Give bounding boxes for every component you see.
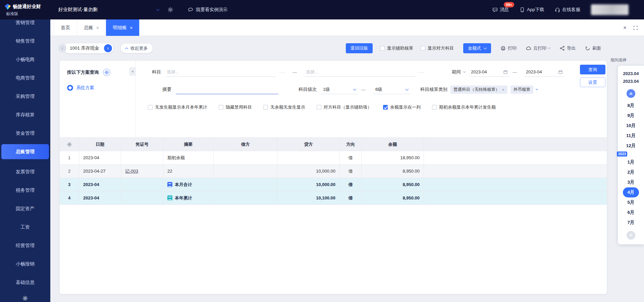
app-download-label: App下载 (527, 7, 544, 13)
sidebar-item-marketing[interactable]: 营销管理 (0, 19, 50, 32)
category-tag-foreign-currency[interactable]: 外币核算 (511, 85, 533, 94)
settings-button[interactable]: 设置 (580, 77, 605, 87)
option-hide-disabled-accounts-checkbox[interactable]: 隐藏禁用科目 (219, 104, 252, 110)
subject-from-input[interactable]: 选择... (165, 67, 276, 77)
collapse-more-button[interactable]: 收起更多 (121, 44, 153, 53)
sidebar-item-invoices[interactable]: 发票管理 (0, 163, 50, 181)
sidebar-item-fixed-assets[interactable]: 固定资产 (0, 199, 50, 218)
online-service-button[interactable]: 在线客服 (555, 7, 580, 13)
app-download-button[interactable]: App下载 (520, 7, 544, 13)
month-item-jun[interactable]: 6月 (623, 207, 639, 218)
table-row[interactable]: 2 2023-04-27 记-003 22 10,000.00 借 8,950.… (60, 165, 607, 178)
close-icon[interactable]: × (623, 24, 627, 31)
sidebar-item-inventory[interactable]: 库存核算 (0, 106, 50, 124)
sidebar-item-funds[interactable]: 资金管理 (0, 124, 50, 142)
option-counterpart-account-checkbox[interactable]: 对方科目（显示辅助项） (317, 104, 372, 110)
scroll-months-up-icon[interactable] (627, 89, 635, 98)
scroll-months-down-icon[interactable] (627, 231, 635, 240)
period-from-input[interactable]: 2023-04 (470, 67, 509, 77)
refresh-button[interactable]: 刷新 (585, 45, 601, 51)
fullscreen-icon[interactable] (633, 25, 638, 30)
sidebar-item-expense[interactable]: 小畅报销 (0, 255, 50, 273)
table-row-month-total[interactable]: 3 2023-04 本月合计 10,000.00 借 8,950.00 (60, 178, 607, 191)
company-selector[interactable]: 好业财测试-量勿删 (58, 7, 159, 13)
chevron-down-icon (484, 46, 487, 50)
level-to-select[interactable]: 6级 (373, 85, 410, 94)
sidebar-item-basic-info[interactable]: 基础信息 (0, 273, 50, 292)
table-settings-gear-icon[interactable] (60, 138, 79, 151)
summary-input[interactable] (176, 85, 278, 94)
sidebar-item-tax[interactable]: 税务管理 (0, 181, 50, 199)
tab-general-ledger[interactable]: 总账 × (77, 19, 106, 36)
collapse-panel-icon[interactable]: « (129, 67, 136, 75)
table-row-year-total[interactable]: 4 2023-04 本年累计 10,100.00 借 8,950.00 (60, 191, 607, 205)
sidebar-item-sales[interactable]: 销售管理 (0, 32, 50, 50)
scheme-item-system[interactable]: 系统方案 (67, 85, 136, 91)
query-button[interactable]: 查询 (580, 65, 605, 74)
cell-balance: 18,950.00 (362, 151, 424, 165)
account-name: 1001 库存现金 (70, 45, 99, 51)
scheme-settings-gear-icon[interactable] (103, 69, 110, 76)
calendar-icon (558, 70, 563, 74)
cloud-print-dropdown[interactable]: 云打印 (526, 45, 550, 51)
month-item-jan[interactable]: 1月 (623, 157, 639, 167)
sidebar-item-ecommerce[interactable]: 电商管理 (0, 69, 50, 87)
print-button[interactable]: 打印 (500, 45, 517, 51)
sidebar-nav: 营销管理 销售管理 小畅电商 电商管理 采购管理 库存核算 资金管理 总账管理 … (0, 19, 50, 292)
export-button[interactable]: 导出 (559, 45, 576, 51)
cell-credit (277, 151, 340, 165)
period-from-display[interactable]: 2023.04 (623, 70, 639, 77)
period-to-display[interactable]: 2023.04 (623, 77, 639, 85)
cell-summary: 本月合计 (163, 178, 214, 191)
option-opening-balance-ytd-checkbox[interactable]: 期初余额显示本年累计发生额 (432, 104, 496, 110)
cell-voucher: 记-003 (121, 165, 163, 178)
option-no-activity-show-totals-checkbox[interactable]: 无发生额显示本月本年累计 (148, 104, 207, 110)
amount-mode-dropdown[interactable]: 金额式 (463, 43, 491, 53)
table-row[interactable]: 1 2023-04 期初余额 借 18,950.00 (60, 151, 607, 165)
next-account-button[interactable] (104, 44, 112, 52)
topbar-settings-gear-icon[interactable] (168, 7, 173, 12)
tab-close-icon[interactable]: × (130, 25, 132, 31)
sidebar-item-xiaochang-ecommerce[interactable]: 小畅电商 (0, 50, 50, 69)
period-mode-chevron-icon[interactable] (463, 70, 466, 73)
subject-to-input[interactable]: 选择... (305, 67, 415, 77)
sidebar-item-operations[interactable]: 经营管理 (0, 236, 50, 255)
month-item-dec[interactable]: 12月 (623, 141, 639, 151)
subject-to-more-button[interactable]: ··· (419, 70, 425, 75)
month-item-feb[interactable]: 2月 (623, 167, 639, 177)
month-item-sep[interactable]: 9月 (623, 111, 639, 121)
account-selector[interactable]: 1001 库存现金 (64, 43, 113, 53)
show-counterpart-checkbox[interactable]: 显示对方科目 (421, 45, 454, 51)
subject-from-more-button[interactable]: ··· (279, 70, 286, 75)
month-item-may[interactable]: 5月 (623, 197, 639, 207)
category-tag-normal[interactable]: 普通科目（无特殊核算） × (450, 85, 507, 94)
remove-tag-icon[interactable]: × (502, 87, 505, 92)
period-to-input[interactable]: 2023-04 (525, 67, 564, 77)
month-item-apr-selected[interactable]: 4月 (623, 187, 639, 197)
month-item-jul[interactable]: 7月 (623, 218, 639, 228)
demo-link[interactable]: 我要看实例演示 (188, 7, 228, 13)
tab-close-icon[interactable]: × (96, 25, 99, 31)
option-no-balance-no-activity-checkbox[interactable]: 无余额无发生显示 (263, 104, 305, 110)
voucher-link[interactable]: 记-003 (125, 168, 138, 174)
tab-home[interactable]: 首页 (54, 19, 77, 36)
sidebar-item-purchasing[interactable]: 采购管理 (0, 87, 50, 106)
month-item-nov[interactable]: 11月 (623, 131, 639, 141)
sidebar-settings-gear-icon[interactable] (0, 292, 50, 302)
prev-account-button[interactable] (58, 44, 66, 52)
tab-detail-ledger[interactable]: 明细账 × (106, 19, 140, 36)
user-name-redacted[interactable] (591, 4, 629, 15)
category-dropdown-icon[interactable] (536, 88, 538, 90)
sidebar-item-general-ledger[interactable]: 总账管理 (0, 144, 50, 163)
cell-filler (424, 165, 607, 178)
show-auxiliary-checkbox[interactable]: 显示辅助核算 (380, 45, 413, 51)
messages-button[interactable]: 99+ 消息 (492, 7, 509, 13)
back-to-old-version-button[interactable]: 退回旧版 (346, 43, 373, 53)
option-balance-one-column-checkbox[interactable]: 余额显示在一列 (383, 104, 421, 110)
query-scheme-panel: 按以下方案查询 « 系统方案 (60, 61, 136, 137)
sidebar-item-payroll[interactable]: 工资 (0, 218, 50, 236)
month-item-oct[interactable]: 10月 (623, 121, 639, 131)
month-item-aug[interactable]: 8月 (623, 101, 639, 111)
level-from-select[interactable]: 1级 (321, 85, 358, 94)
month-item-mar[interactable]: 3月 (623, 177, 639, 187)
